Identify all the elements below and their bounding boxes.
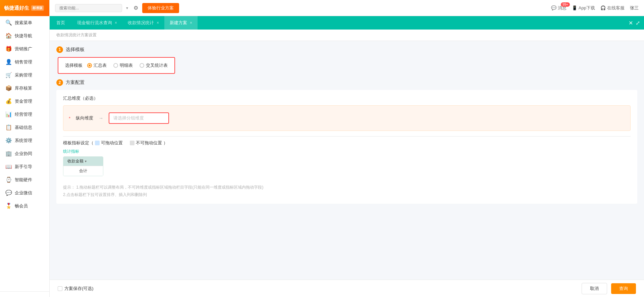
legend-fixed: 不可拖动位置 bbox=[130, 140, 162, 146]
support-label: 在线客服 bbox=[607, 5, 625, 11]
operations-icon: 📊 bbox=[5, 111, 12, 117]
tab-bank-query-close-icon[interactable]: × bbox=[115, 20, 117, 25]
stat-table-header[interactable]: 收款金额 ▾ bbox=[63, 157, 103, 166]
topbar: ▾ ⚙ 体验行业方案 💬 消息 99+ 📱 App下载 🎧 在线客服 张三 bbox=[50, 0, 644, 16]
sidebar-item-system[interactable]: ⚙️系统管理 bbox=[0, 134, 49, 147]
notification-button[interactable]: 💬 消息 99+ bbox=[551, 5, 567, 11]
step1-badge: 1 bbox=[56, 46, 63, 53]
dimension-title-text: 汇总维度（必选） bbox=[63, 96, 98, 101]
online-support-button[interactable]: 🎧 在线客服 bbox=[600, 5, 625, 11]
stat-table: 收款金额 ▾ 合计 bbox=[63, 156, 103, 176]
radio-detail[interactable]: 明细表 bbox=[113, 62, 133, 68]
sidebar-item-enterprise[interactable]: 🏢企业协同 bbox=[0, 147, 49, 160]
sidebar-item-smart-hw[interactable]: ⌚智能硬件 bbox=[0, 173, 49, 186]
sidebar-item-marketing[interactable]: 🎁营销推广 bbox=[0, 42, 49, 55]
tip-2-text: 2.点击标题栏下拉可设置排序、插入列和删除列 bbox=[63, 191, 147, 199]
sidebar-item-search-menu[interactable]: 🔍搜索菜单 bbox=[0, 16, 49, 29]
marketing-icon: 🎁 bbox=[5, 46, 12, 52]
enterprise-icon: 🏢 bbox=[5, 150, 12, 157]
stat-table-row: 合计 bbox=[63, 166, 103, 176]
dimension-selector[interactable]: 请选择分组维度 bbox=[109, 112, 169, 124]
step1-title: 选择模板 bbox=[66, 47, 85, 53]
bottom-bar: 方案保存(可选) 取消 查询 bbox=[50, 280, 644, 297]
indicator-section: 模板指标设定（ 可拖动位置 不可拖动位置 ） 统计指标 bbox=[63, 140, 631, 177]
radio-summary-dot bbox=[87, 63, 92, 68]
wechat-label: 企业微信 bbox=[15, 190, 32, 196]
expand-window-icon[interactable]: ⤢ bbox=[636, 20, 640, 26]
quick-nav-label: 快捷导航 bbox=[15, 33, 32, 39]
tabbar: 首页 现金银行流水查询 × 收款情况统计 × 新建方案 × ✕ ⤢ bbox=[50, 16, 644, 30]
step2-badge: 2 bbox=[56, 79, 63, 86]
stat-table-header-text: 收款金额 bbox=[67, 158, 84, 164]
stat-label: 统计指标 bbox=[63, 149, 631, 154]
config-section: 汇总维度（必选） * 纵向维度 → 请选择分组维度 bbox=[56, 90, 637, 204]
sidebar-item-finance[interactable]: 💰资金管理 bbox=[0, 95, 49, 108]
sidebar-item-basic-info[interactable]: 📋基础信息 bbox=[0, 121, 49, 134]
radio-cross-dot bbox=[140, 63, 144, 68]
tabbar-actions: ✕ ⤢ bbox=[625, 16, 644, 30]
operations-label: 经营管理 bbox=[15, 111, 32, 117]
sidebar-item-purchase[interactable]: 🛒采购管理 bbox=[0, 68, 49, 82]
tab-home-label: 首页 bbox=[56, 20, 65, 26]
industry-solution-button[interactable]: 体验行业方案 bbox=[142, 3, 179, 13]
search-input[interactable] bbox=[55, 4, 122, 12]
member-label: 畅会员 bbox=[15, 203, 28, 209]
guide-icon: 📖 bbox=[5, 163, 12, 170]
app-download-button[interactable]: 📱 App下载 bbox=[572, 5, 595, 11]
dropdown-arrow-icon[interactable]: ▾ bbox=[126, 6, 128, 10]
dimension-area: * 纵向维度 → 请选择分组维度 bbox=[63, 105, 631, 131]
legend-close-paren: ） bbox=[163, 140, 168, 146]
main-area: ▾ ⚙ 体验行业方案 💬 消息 99+ 📱 App下载 🎧 在线客服 张三 首页 bbox=[50, 0, 644, 297]
quick-nav-icon: 🏠 bbox=[5, 33, 12, 39]
cancel-button[interactable]: 取消 bbox=[582, 283, 607, 294]
wechat-icon: 💬 bbox=[5, 190, 12, 196]
sidebar: 畅捷通好生 标准版 🔍搜索菜单🏠快捷导航🎁营销推广👤销售管理🛒采购管理📦库存核算… bbox=[0, 0, 50, 297]
smart-hw-icon: ⌚ bbox=[5, 177, 12, 183]
sidebar-item-guide[interactable]: 📖新手引导 bbox=[0, 160, 49, 173]
sidebar-item-wechat[interactable]: 💬企业微信 bbox=[0, 186, 49, 199]
tab-new-plan-close-icon[interactable]: × bbox=[190, 20, 192, 25]
page-body: 1 选择模板 选择模板 汇总表 明细表 bbox=[50, 41, 644, 209]
tab-receipt-stats-close-icon[interactable]: × bbox=[157, 20, 159, 25]
draggable-legend-label: 可拖动位置 bbox=[101, 140, 123, 146]
tab-home[interactable]: 首页 bbox=[50, 16, 72, 30]
sidebar-item-quick-nav[interactable]: 🏠快捷导航 bbox=[0, 29, 49, 42]
sidebar-item-inventory[interactable]: 📦库存核算 bbox=[0, 82, 49, 95]
sidebar-item-member[interactable]: 🎖️畅会员 bbox=[0, 199, 49, 212]
topbar-right: 💬 消息 99+ 📱 App下载 🎧 在线客服 张三 bbox=[551, 5, 639, 11]
step1-header: 1 选择模板 bbox=[56, 46, 637, 53]
tab-new-plan[interactable]: 新建方案 × bbox=[164, 16, 198, 30]
username-display[interactable]: 张三 bbox=[630, 5, 639, 11]
sidebar-item-operations[interactable]: 📊经营管理 bbox=[0, 108, 49, 121]
radio-cross[interactable]: 交叉统计表 bbox=[140, 62, 168, 68]
radio-cross-label: 交叉统计表 bbox=[146, 62, 168, 68]
logo-text: 畅捷通好生 bbox=[4, 5, 29, 11]
tab-bank-query[interactable]: 现金银行流水查询 × bbox=[72, 16, 122, 30]
member-icon: 🎖️ bbox=[5, 203, 12, 209]
required-star: * bbox=[69, 116, 70, 121]
indicator-legend-bar: 模板指标设定（ 可拖动位置 不可拖动位置 ） bbox=[63, 140, 631, 146]
tab-receipt-stats[interactable]: 收款情况统计 × bbox=[122, 16, 164, 30]
save-option-label: 方案保存(可选) bbox=[64, 286, 94, 292]
tip-line-2: 2.点击标题栏下拉可设置排序、插入列和删除列 bbox=[63, 191, 631, 199]
dimension-row: * 纵向维度 → 请选择分组维度 bbox=[69, 112, 625, 124]
template-selection-box: 选择模板 汇总表 明细表 交叉统计表 bbox=[58, 57, 175, 74]
notification-badge: 99+ bbox=[561, 2, 570, 7]
save-checkbox[interactable] bbox=[58, 286, 62, 291]
legend-separator bbox=[124, 140, 128, 146]
system-icon: ⚙️ bbox=[5, 137, 12, 144]
save-option: 方案保存(可选) bbox=[58, 286, 94, 292]
sidebar-item-sales[interactable]: 👤销售管理 bbox=[0, 55, 49, 68]
step2-title: 方案配置 bbox=[66, 80, 85, 86]
radio-summary[interactable]: 汇总表 bbox=[87, 62, 107, 68]
settings-icon[interactable]: ⚙ bbox=[133, 5, 138, 11]
tip-1-text: 提示： 1.拖动标题栏可以调整布局，不可跨维度或指标区域拖动栏目字段(只能在同一… bbox=[63, 184, 263, 191]
smart-hw-label: 智能硬件 bbox=[15, 177, 32, 183]
search-menu-icon: 🔍 bbox=[5, 19, 12, 26]
query-button[interactable]: 查询 bbox=[611, 283, 636, 294]
page-content: 收款情况统计方案设置 1 选择模板 选择模板 汇总表 bbox=[50, 30, 644, 297]
inventory-icon: 📦 bbox=[5, 85, 12, 91]
tip-line-1: 提示： 1.拖动标题栏可以调整布局，不可跨维度或指标区域拖动栏目字段(只能在同一… bbox=[63, 184, 631, 191]
close-window-icon[interactable]: ✕ bbox=[629, 20, 633, 26]
app-logo: 畅捷通好生 标准版 bbox=[0, 0, 49, 16]
